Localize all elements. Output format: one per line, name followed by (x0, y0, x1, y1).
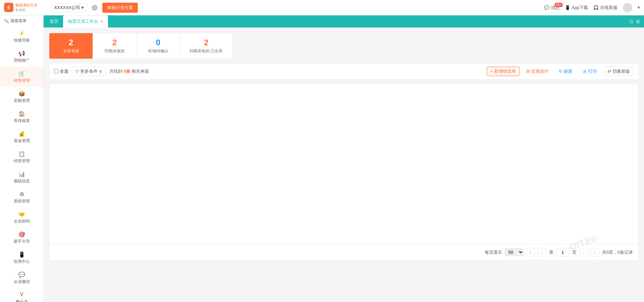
stat-label-shipped: 到期未收款 已出库 (190, 48, 223, 54)
stat-card-all[interactable]: 2 全部单据 (49, 33, 93, 59)
found-prefix: 共找到 (109, 69, 122, 74)
sidebar-label-sales: 销售管理 (14, 78, 30, 83)
stat-card-overdue[interactable]: 2 到期未收款 (93, 33, 137, 59)
switch-label: 切换新版 (612, 68, 630, 74)
sidebar-item-cooperation[interactable]: 🤝 企业协同 (0, 207, 43, 228)
new-order-button[interactable]: + 新增销货单 (487, 67, 520, 76)
filter-icon: ▽ (75, 69, 79, 74)
toolbar: 全选 ▽ 更多条件 ∨ 共找到 0条 相关单据 + 新增销货单 ⊞ 批量操作 ↻… (49, 63, 639, 80)
print-icon: 🖨 (583, 69, 587, 74)
avatar[interactable] (623, 3, 632, 12)
next-page-button[interactable]: › (579, 248, 588, 257)
sidebar: 🔍 搜索菜单 ⚡ 快捷导航 📢 营销推广 🛒 销售管理 📦 采购管理 🏠 库存核… (0, 0, 44, 302)
sidebar-item-operation[interactable]: 📋 经营管理 (0, 147, 43, 167)
sidebar-label-basic-info: 基础信息 (14, 178, 30, 184)
sidebar-label-operation: 经营管理 (14, 158, 30, 164)
sidebar-item-weixin[interactable]: 💬 企业微信 (0, 268, 43, 288)
minimize-icon[interactable]: ⊡ (629, 19, 633, 24)
online-service-button[interactable]: 🎧 在线客服 (593, 5, 618, 11)
stat-card-pending[interactable]: 0 旺铺待确认 (137, 33, 180, 59)
svg-point-0 (94, 7, 95, 8)
operation-icon: 📋 (18, 150, 25, 157)
tab-home[interactable]: 首页 (45, 15, 63, 27)
refresh-label: 刷新 (564, 68, 573, 74)
sidebar-item-quick-nav[interactable]: ⚡ 快捷导航 (0, 26, 43, 47)
batch-operation-button[interactable]: ⊞ 批量操作 (523, 67, 552, 76)
chevron-down-icon: ▾ (82, 5, 84, 10)
search-menu-label: 搜索菜单 (10, 18, 26, 24)
sidebar-label-guide: 新手引导 (14, 239, 30, 244)
filter-button[interactable]: ▽ 更多条件 ∨ (72, 67, 106, 76)
sidebar-label-purchase: 采购管理 (14, 98, 30, 104)
sidebar-label-system: 系统管理 (14, 198, 30, 204)
toolbar-left: 全选 ▽ 更多条件 ∨ 共找到 0条 相关单据 (54, 67, 483, 76)
sidebar-item-app-center[interactable]: 📱 应用中心 (0, 248, 43, 268)
sidebar-label-vip: 畅会员 (16, 299, 28, 302)
logo-area: 6 畅捷通好生意 标准版 (4, 3, 48, 12)
print-label: 打印 (588, 68, 597, 74)
sidebar-item-inventory[interactable]: 🏠 库存核算 (0, 107, 43, 127)
found-suffix: 相关单据 (131, 69, 149, 74)
filter-chevron-icon: ∨ (99, 69, 102, 74)
company-selector[interactable]: XXXXXX公司 ▾ (51, 3, 87, 12)
maximize-icon[interactable]: ⊞ (636, 19, 640, 24)
last-page-button[interactable]: ⟫ (591, 248, 599, 257)
total-text: 共0页，0条记录 (602, 249, 633, 255)
message-icon: 💬 (544, 5, 549, 10)
sidebar-item-finance[interactable]: 💰 资金管理 (0, 127, 43, 147)
system-icon: ⚙ (18, 191, 25, 197)
basic-info-icon: 📊 (18, 171, 25, 177)
company-name: XXXXXX公司 (54, 5, 80, 11)
online-service-label: 在线客服 (600, 5, 618, 11)
weixin-icon: 💬 (18, 271, 25, 278)
first-page-button[interactable]: ⟪ (526, 248, 535, 257)
app-download-button[interactable]: 📱 App下载 (565, 5, 588, 11)
found-text: 共找到 0条 相关单据 (109, 68, 149, 74)
page-label: 第 (549, 249, 553, 255)
stat-card-shipped[interactable]: 2 到期未收款 已出库 (180, 33, 232, 59)
user-menu-button[interactable]: ▾ (638, 5, 640, 10)
sidebar-item-vip[interactable]: V 畅会员 (0, 288, 43, 302)
refresh-button[interactable]: ↻ 刷新 (555, 67, 576, 76)
top-header: 6 畅捷通好生意 标准版 XXXXXX公司 ▾ 体验行业方案 💬 消息 99+ … (0, 0, 644, 15)
vip-icon: V (18, 291, 25, 298)
nav-tab-actions: ⊡ ⊞ (629, 19, 643, 24)
stat-number-pending: 0 (146, 38, 170, 48)
toolbar-right: + 新增销货单 ⊞ 批量操作 ↻ 刷新 🖨 打印 ⇄ 切换新版 (487, 67, 634, 76)
quick-nav-icon: ⚡ (18, 30, 25, 37)
app-center-icon: 📱 (18, 251, 25, 258)
sidebar-item-sales[interactable]: 🛒 销售管理 (0, 67, 43, 87)
stat-number-shipped: 2 (190, 38, 223, 48)
sidebar-item-purchase[interactable]: 📦 采购管理 (0, 87, 43, 107)
batch-icon: ⊞ (526, 69, 530, 74)
tab-close-icon[interactable]: ✕ (100, 19, 103, 24)
stat-label-all: 全部单据 (59, 48, 83, 54)
sidebar-item-marketing[interactable]: 📢 营销推广 (0, 47, 43, 67)
header-right: 💬 消息 99+ 📱 App下载 🎧 在线客服 ▾ (544, 3, 640, 12)
select-all-checkbox[interactable]: 全选 (54, 68, 68, 74)
tab-work[interactable]: 钱货日清工作台 ✕ (63, 15, 108, 27)
sidebar-item-basic-info[interactable]: 📊 基础信息 (0, 167, 43, 187)
tab-home-label: 首页 (50, 18, 58, 24)
page-number-input[interactable] (556, 248, 570, 257)
switch-version-button[interactable]: ⇄ 切换新版 (604, 67, 634, 76)
prev-page-button[interactable]: ‹ (538, 248, 546, 257)
batch-label: 批量操作 (531, 68, 549, 74)
stat-label-pending: 旺铺待确认 (146, 48, 170, 54)
settings-button[interactable] (90, 3, 100, 13)
purchase-icon: 📦 (18, 90, 25, 97)
sidebar-item-system[interactable]: ⚙ 系统管理 (0, 187, 43, 207)
sales-icon: 🛒 (18, 70, 25, 77)
page-size-select[interactable]: 10 20 50 100 (505, 248, 524, 256)
guide-icon: 🎯 (18, 231, 25, 238)
sidebar-item-guide[interactable]: 🎯 新手引导 (0, 228, 43, 248)
found-count: 0条 (124, 69, 130, 74)
print-button[interactable]: 🖨 打印 (579, 67, 600, 76)
industry-button[interactable]: 体验行业方案 (102, 3, 138, 13)
sidebar-search[interactable]: 🔍 搜索菜单 (0, 15, 43, 26)
message-button[interactable]: 💬 消息 99+ (544, 5, 559, 11)
sidebar-label-finance: 资金管理 (14, 138, 30, 144)
select-all-input[interactable] (54, 69, 58, 73)
main-content: 2 全部单据 2 到期未收款 0 旺铺待确认 2 到期未收款 已出库 全选 ▽ … (44, 27, 644, 302)
empty-state (49, 84, 638, 244)
